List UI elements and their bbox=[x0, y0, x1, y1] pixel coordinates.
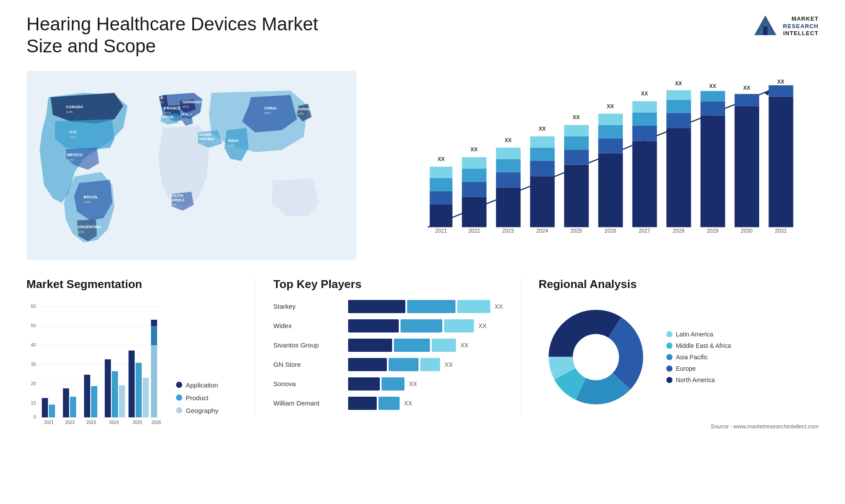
page-title: Hearing Healthcare Devices Market Size a… bbox=[26, 13, 334, 58]
svg-text:2025: 2025 bbox=[570, 228, 582, 234]
svg-rect-117 bbox=[70, 397, 76, 417]
svg-text:XX: XX bbox=[437, 156, 445, 162]
svg-text:ARABIA: ARABIA bbox=[199, 137, 214, 141]
source-line: Source : www.marketresearchintellect.com bbox=[539, 423, 819, 430]
logo-text: MARKET RESEARCH INTELLECT bbox=[783, 15, 819, 38]
svg-rect-126 bbox=[129, 351, 135, 417]
brand-top: MARKET bbox=[783, 15, 819, 23]
svg-rect-2 bbox=[763, 26, 768, 35]
regional-title: Regional Analysis bbox=[539, 278, 819, 291]
bar-seg-2 bbox=[389, 358, 419, 371]
svg-rect-57 bbox=[530, 161, 555, 176]
svg-rect-69 bbox=[598, 138, 623, 153]
regional-legend-north-america: North America bbox=[666, 376, 731, 383]
regional-section: Regional Analysis bbox=[521, 278, 819, 430]
svg-text:xx%: xx% bbox=[264, 111, 271, 115]
svg-text:2027: 2027 bbox=[639, 228, 650, 234]
donut-wrapper: Latin America Middle East & Africa Asia … bbox=[539, 300, 819, 414]
svg-rect-40 bbox=[430, 178, 452, 191]
top-section: CANADA xx% U.S. xx% MEXICO xx% BRAZIL xx… bbox=[26, 71, 819, 260]
svg-text:xx%: xx% bbox=[297, 112, 304, 116]
svg-text:SOUTH: SOUTH bbox=[169, 194, 184, 198]
segmentation-title: Market Segmentation bbox=[26, 278, 238, 291]
world-map-container: CANADA xx% U.S. xx% MEXICO xx% BRAZIL xx… bbox=[26, 71, 356, 260]
bar-seg-1 bbox=[348, 397, 377, 410]
svg-text:CHINA: CHINA bbox=[264, 106, 277, 110]
svg-rect-116 bbox=[63, 388, 69, 417]
svg-text:2022: 2022 bbox=[65, 420, 75, 425]
svg-text:2021: 2021 bbox=[44, 420, 54, 425]
player-name-william: William Demant bbox=[273, 399, 344, 407]
world-map-svg: CANADA xx% U.S. xx% MEXICO xx% BRAZIL xx… bbox=[26, 71, 356, 260]
player-bar-william: XX bbox=[348, 397, 503, 410]
regional-legend-europe: Europe bbox=[666, 365, 731, 372]
player-row-gnstore: GN Store XX bbox=[273, 358, 503, 371]
bar-seg-1 bbox=[348, 319, 399, 332]
svg-text:2023: 2023 bbox=[502, 228, 514, 234]
svg-text:xx%: xx% bbox=[228, 143, 235, 147]
svg-rect-119 bbox=[84, 375, 90, 417]
svg-text:XX: XX bbox=[607, 103, 614, 109]
svg-rect-95 bbox=[769, 97, 794, 227]
svg-rect-124 bbox=[119, 385, 125, 417]
player-name-gnstore: GN Store bbox=[273, 361, 344, 368]
svg-rect-96 bbox=[769, 85, 794, 97]
svg-text:2029: 2029 bbox=[707, 228, 719, 234]
bar-seg-1 bbox=[348, 339, 392, 352]
legend-label-product: Product bbox=[186, 394, 209, 402]
growth-chart-container: XX 2021 XX 2022 XX 2023 bbox=[374, 71, 819, 260]
player-row-starkey: Starkey XX bbox=[273, 300, 503, 313]
player-row-sivantos: Sivantos Group XX bbox=[273, 339, 503, 352]
svg-text:XX: XX bbox=[743, 85, 750, 91]
svg-text:xx%: xx% bbox=[164, 111, 171, 115]
svg-rect-88 bbox=[701, 91, 725, 102]
svg-text:2031: 2031 bbox=[775, 228, 787, 234]
player-name-sivantos: Sivantos Group bbox=[273, 341, 344, 349]
svg-rect-75 bbox=[632, 126, 657, 141]
svg-rect-82 bbox=[666, 99, 691, 113]
player-name-sonova: Sonova bbox=[273, 380, 344, 387]
svg-rect-50 bbox=[496, 187, 521, 227]
svg-text:XX: XX bbox=[777, 80, 784, 85]
svg-text:XX: XX bbox=[641, 91, 648, 97]
svg-rect-76 bbox=[632, 113, 657, 126]
player-row-sonova: Sonova XX bbox=[273, 377, 503, 391]
svg-rect-70 bbox=[598, 125, 623, 138]
dot-middle-east bbox=[666, 343, 672, 349]
regional-legend-middle-east: Middle East & Africa bbox=[666, 342, 731, 349]
svg-text:xx%: xx% bbox=[67, 158, 73, 162]
player-row-widex: Widex XX bbox=[273, 319, 503, 332]
svg-rect-87 bbox=[701, 102, 725, 116]
svg-rect-92 bbox=[735, 94, 759, 106]
bar-seg-3 bbox=[457, 300, 490, 313]
svg-text:2028: 2028 bbox=[672, 228, 684, 234]
regional-legend: Latin America Middle East & Africa Asia … bbox=[666, 331, 731, 383]
svg-rect-128 bbox=[143, 378, 149, 417]
svg-text:60: 60 bbox=[31, 303, 36, 309]
page-container: Hearing Healthcare Devices Market Size a… bbox=[0, 0, 845, 504]
player-bar-starkey: XX bbox=[348, 300, 503, 313]
svg-text:U.S.: U.S. bbox=[70, 130, 77, 134]
player-xx-widex: XX bbox=[478, 322, 487, 329]
svg-text:0: 0 bbox=[33, 414, 36, 420]
legend-label-application: Application bbox=[186, 381, 218, 389]
svg-rect-59 bbox=[530, 136, 555, 148]
svg-rect-132 bbox=[151, 345, 157, 417]
svg-rect-68 bbox=[598, 153, 623, 227]
legend-product: Product bbox=[176, 394, 218, 402]
svg-text:xx%: xx% bbox=[77, 230, 84, 234]
player-name-starkey: Starkey bbox=[273, 303, 344, 310]
svg-text:2025: 2025 bbox=[132, 420, 143, 425]
svg-rect-80 bbox=[666, 128, 691, 227]
svg-rect-74 bbox=[632, 141, 657, 227]
player-xx-gnstore: XX bbox=[445, 361, 453, 368]
player-bar-widex: XX bbox=[348, 319, 503, 332]
brand-logo-icon bbox=[752, 13, 779, 40]
svg-rect-127 bbox=[136, 363, 142, 417]
svg-text:XX: XX bbox=[470, 146, 478, 153]
svg-text:XX: XX bbox=[504, 137, 511, 143]
label-europe: Europe bbox=[676, 365, 696, 372]
bar-seg-3 bbox=[420, 358, 440, 371]
svg-text:2024: 2024 bbox=[109, 420, 119, 425]
svg-text:30: 30 bbox=[31, 362, 36, 367]
